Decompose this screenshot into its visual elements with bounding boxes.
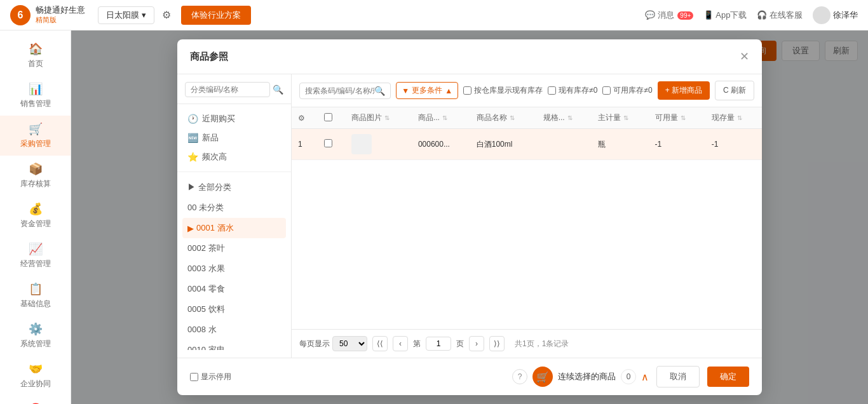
sidebar-item-operations[interactable]: 📈 经营管理 <box>0 236 71 276</box>
modal-title: 商品参照 <box>190 51 228 63</box>
quick-link-new[interactable]: 🆕 新品 <box>182 128 286 147</box>
sidebar-item-inventory[interactable]: 📦 库存核算 <box>0 156 71 196</box>
finance-icon: 💰 <box>29 202 43 216</box>
row-image-cell <box>345 129 412 160</box>
filter-warehouse-input[interactable] <box>463 86 471 95</box>
th-spec[interactable]: 规格...⇅ <box>537 107 592 129</box>
category-item-0003[interactable]: 0003 水果 <box>182 259 286 279</box>
page-number-input[interactable] <box>426 337 451 351</box>
sidebar-item-collab[interactable]: 🤝 企业协同 <box>0 356 71 396</box>
cart-icon[interactable]: 🛒 <box>532 367 553 387</box>
sidebar-item-finance[interactable]: 💰 资金管理 <box>0 196 71 236</box>
purchase-icon: 🛒 <box>29 122 43 136</box>
app-download-link[interactable]: 📱 App下载 <box>703 10 747 21</box>
cancel-button[interactable]: 取消 <box>656 366 700 387</box>
user-area[interactable]: 徐泽华 <box>813 6 858 24</box>
category-item-0010[interactable]: 0010 家电 <box>182 340 286 350</box>
modal-close-button[interactable]: ✕ <box>740 50 749 64</box>
sidebar-label-system: 系统管理 <box>20 339 51 349</box>
filter-avail-nz-input[interactable] <box>602 86 611 95</box>
category-item-00[interactable]: 00 未分类 <box>182 198 286 218</box>
show-disabled-checkbox[interactable]: 显示停用 <box>190 372 231 382</box>
first-page-button[interactable]: ⟨⟨ <box>372 336 388 351</box>
layout: 🏠 首页 📊 销售管理 🛒 采购管理 📦 库存核算 💰 资金管理 📈 经营管理 … <box>0 30 868 404</box>
filter-stock-nz-checkbox[interactable]: 现有库存≠0 <box>548 85 597 96</box>
cat-0001-arrow: ▶ <box>187 224 194 233</box>
trial-button[interactable]: 体验行业方案 <box>181 6 251 25</box>
category-search-area: 🔍 <box>177 82 291 104</box>
confirm-button[interactable]: 确定 <box>707 367 749 387</box>
th-stock[interactable]: 现存量⇅ <box>705 107 762 129</box>
category-item-0008[interactable]: 0008 水 <box>182 320 286 340</box>
sort-icon-image: ⇅ <box>384 114 390 121</box>
store-name: 日太阳膜 <box>106 10 139 21</box>
table-toolbar: 🔍 ▼ 更多条件 ▲ 按仓库显示现有库存 <box>292 74 762 107</box>
quick-link-frequent[interactable]: ⭐ 频次高 <box>182 147 286 166</box>
filter-icon: ▼ <box>402 86 409 95</box>
table-row[interactable]: 1 000600... 白酒100ml 瓶 <box>292 129 762 160</box>
row-stock: -1 <box>705 129 762 160</box>
th-unit[interactable]: 主计量⇅ <box>592 107 648 129</box>
gear-icon[interactable]: ⚙ <box>162 9 171 21</box>
category-item-0002[interactable]: 0002 茶叶 <box>182 238 286 259</box>
filter-warehouse-checkbox[interactable]: 按仓库显示现有库存 <box>463 85 543 96</box>
th-name[interactable]: 商品名称⇅ <box>470 107 537 129</box>
app-download-label: App下载 <box>715 10 747 20</box>
product-search-box: 🔍 <box>299 83 391 99</box>
quick-link-recent[interactable]: 🕐 近期购买 <box>182 109 286 128</box>
sidebar-item-purchase[interactable]: 🛒 采购管理 <box>0 116 71 156</box>
help-icon[interactable]: ? <box>512 369 527 384</box>
online-service-link[interactable]: 🎧 在线客服 <box>757 10 803 21</box>
th-code[interactable]: 商品...⇅ <box>412 107 470 129</box>
sidebar-item-system[interactable]: ⚙️ 系统管理 <box>0 316 71 356</box>
inventory-icon: 📦 <box>29 162 43 176</box>
add-product-button[interactable]: + 新增商品 <box>658 81 710 100</box>
category-item-0005[interactable]: 0005 饮料 <box>182 299 286 320</box>
category-search-input[interactable] <box>185 82 270 97</box>
sidebar-item-basic-info[interactable]: 📋 基础信息 <box>0 276 71 316</box>
top-nav: 6 畅捷通好生意 精简版 日太阳膜 ▾ ⚙ 体验行业方案 💬 消息 99+ 📱 … <box>0 0 868 30</box>
filter-warehouse-label: 按仓库显示现有库存 <box>474 85 543 96</box>
product-search-input[interactable] <box>305 86 374 95</box>
row-checkbox[interactable] <box>324 139 332 147</box>
sidebar-item-sales[interactable]: 📊 销售管理 <box>0 76 71 116</box>
category-search-icon[interactable]: 🔍 <box>273 84 283 95</box>
th-settings[interactable]: ⚙ <box>292 107 318 129</box>
sidebar-item-guide[interactable]: 🎯 新手引导 <box>0 396 71 404</box>
collapse-cart-icon[interactable]: ∧ <box>641 371 649 383</box>
frequent-icon: ⭐ <box>187 152 198 162</box>
sort-icon-avail: ⇅ <box>681 114 686 121</box>
quick-links: 🕐 近期购买 🆕 新品 ⭐ 频次高 <box>177 109 291 172</box>
show-disabled-input[interactable] <box>190 373 198 381</box>
category-item-0001[interactable]: ▶ 0001 酒水 <box>182 218 286 238</box>
row-avail: -1 <box>649 129 705 160</box>
filter-stock-nz-input[interactable] <box>548 86 556 95</box>
category-item-0004[interactable]: 0004 零食 <box>182 279 286 299</box>
select-all-checkbox[interactable] <box>324 113 332 121</box>
category-item-all[interactable]: ▶ 全部分类 <box>182 177 286 198</box>
product-reference-modal: 商品参照 ✕ 🔍 🕐 近期购买 <box>177 39 762 395</box>
store-selector[interactable]: 日太阳膜 ▾ <box>98 6 154 24</box>
message-link[interactable]: 💬 消息 99+ <box>645 10 693 21</box>
per-page-label: 每页显示 10 20 50 100 <box>299 336 367 351</box>
th-avail[interactable]: 可用量⇅ <box>649 107 705 129</box>
cat-0010-label: 0010 家电 <box>187 344 225 350</box>
per-page-select[interactable]: 10 20 50 100 <box>332 336 367 351</box>
row-checkbox-cell[interactable] <box>318 129 345 160</box>
filter-avail-nz-checkbox[interactable]: 可用库存≠0 <box>602 85 652 96</box>
category-panel: 🔍 🕐 近期购买 🆕 新品 ⭐ <box>177 74 292 358</box>
th-image[interactable]: 商品图片⇅ <box>345 107 412 129</box>
online-service-label: 在线客服 <box>770 10 803 20</box>
more-filter-button[interactable]: ▼ 更多条件 ▲ <box>396 82 458 99</box>
th-checkbox[interactable] <box>318 107 345 129</box>
sidebar-label-basic-info: 基础信息 <box>20 299 51 309</box>
sort-icon-unit: ⇅ <box>623 114 628 121</box>
prev-page-button[interactable]: ‹ <box>393 336 408 351</box>
message-badge: 99+ <box>677 11 693 20</box>
product-search-icon[interactable]: 🔍 <box>374 86 385 96</box>
total-info: 共1页，1条记录 <box>515 339 569 349</box>
next-page-button[interactable]: › <box>469 336 484 351</box>
last-page-button[interactable]: ⟩⟩ <box>489 336 505 351</box>
sidebar-item-home[interactable]: 🏠 首页 <box>0 36 71 76</box>
table-refresh-button[interactable]: C 刷新 <box>715 81 754 100</box>
